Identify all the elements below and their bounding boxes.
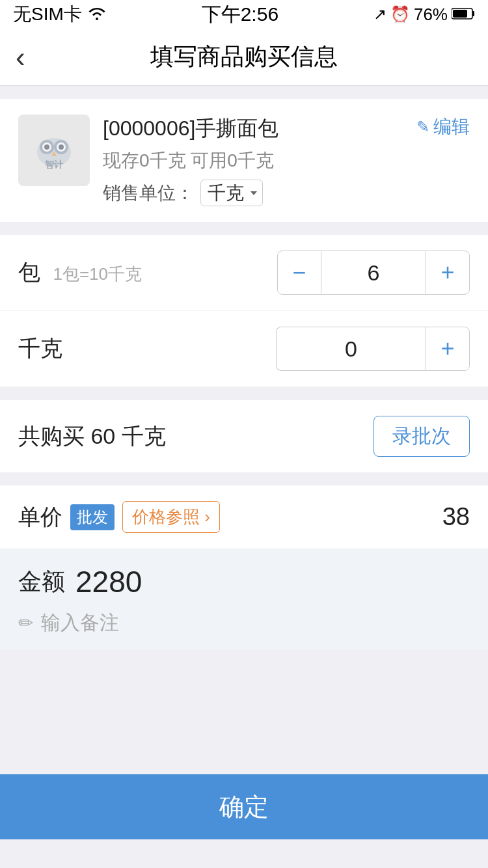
price-badge: 批发 (70, 504, 115, 530)
qty-hint-bao: 1包=10千克 (53, 264, 142, 284)
amount-label: 金额 (18, 566, 65, 598)
status-bar: 无SIM卡 下午2:56 ↗ ⏰ 76% (0, 0, 488, 29)
plus-button-kg[interactable]: + (426, 327, 470, 371)
back-button[interactable]: ‹ (16, 41, 25, 74)
qty-input-bao[interactable] (321, 251, 426, 295)
carrier-text: 无SIM卡 (13, 2, 82, 27)
svg-text:智计: 智计 (44, 159, 64, 170)
location-icon: ↗ (373, 5, 386, 23)
product-name: [0000006]手撕面包 (103, 115, 278, 143)
plus-button-bao[interactable]: + (426, 251, 470, 295)
svg-rect-1 (472, 11, 474, 16)
price-value: 38 (442, 503, 470, 531)
status-left: 无SIM卡 (13, 2, 107, 27)
status-time: 下午2:56 (202, 1, 278, 28)
price-label: 单价 (18, 502, 62, 532)
edit-label: 编辑 (433, 115, 470, 139)
edit-icon: ✎ (416, 118, 429, 136)
unit-select[interactable]: 千克 (200, 180, 263, 206)
summary-text: 共购买 60 千克 (18, 422, 166, 452)
qty-controls-kg: + (276, 327, 470, 371)
product-unit-row: 销售单位： 千克 (103, 180, 470, 206)
back-icon: ‹ (16, 41, 25, 73)
summary-qty: 60 (90, 424, 115, 448)
amount-section: 金额 2280 ✏ 输入备注 (0, 549, 488, 649)
qty-label-kg: 千克 (18, 334, 276, 364)
product-stock: 现存0千克 可用0千克 (103, 148, 470, 173)
minus-button-bao[interactable]: − (277, 251, 321, 295)
remark-icon: ✏ (18, 612, 33, 634)
edit-button[interactable]: ✎ 编辑 (416, 115, 470, 139)
qty-controls-bao: − + (277, 251, 470, 295)
product-thumbnail: 智计 (18, 115, 90, 186)
nav-bar: ‹ 填写商品购买信息 (0, 29, 488, 86)
amount-value: 2280 (75, 564, 142, 599)
unit-label: 销售单位： (103, 181, 194, 206)
amount-row: 金额 2280 (18, 564, 470, 599)
alarm-icon: ⏰ (390, 5, 410, 23)
product-info: [0000006]手撕面包 ✎ 编辑 现存0千克 可用0千克 销售单位： 千克 (103, 115, 470, 206)
price-section: 单价 批发 价格参照 › 38 (0, 485, 488, 549)
status-right: ↗ ⏰ 76% (373, 5, 475, 25)
quantity-section: 包 1包=10千克 − + 千克 + (0, 235, 488, 387)
confirm-button[interactable]: 确定 (0, 774, 488, 839)
batch-button[interactable]: 录批次 (373, 416, 470, 457)
svg-point-9 (59, 144, 64, 150)
price-ref-button[interactable]: 价格参照 › (122, 501, 220, 533)
battery-text: 76% (414, 5, 448, 25)
qty-label-bao: 包 1包=10千克 (18, 258, 277, 288)
product-card: 智计 [0000006]手撕面包 ✎ 编辑 现存0千克 可用0千克 销售单位： … (0, 99, 488, 222)
wifi-icon (87, 4, 107, 25)
svg-point-8 (44, 144, 49, 150)
qty-row-bao: 包 1包=10千克 − + (0, 235, 488, 311)
svg-rect-2 (453, 10, 467, 18)
summary-row: 共购买 60 千克 录批次 (0, 400, 488, 472)
battery-icon (452, 5, 475, 25)
price-row: 单价 批发 价格参照 › 38 (18, 501, 470, 533)
product-logo-icon: 智计 (31, 128, 77, 173)
remark-row[interactable]: ✏ 输入备注 (18, 610, 470, 642)
remark-placeholder: 输入备注 (41, 610, 119, 636)
qty-row-kg: 千克 + (0, 311, 488, 387)
bottom-spacer (0, 649, 488, 774)
price-left: 单价 批发 价格参照 › (18, 501, 220, 533)
summary-unit: 千克 (122, 424, 166, 448)
page-title: 填写商品购买信息 (150, 41, 338, 73)
qty-input-kg[interactable] (276, 327, 426, 371)
